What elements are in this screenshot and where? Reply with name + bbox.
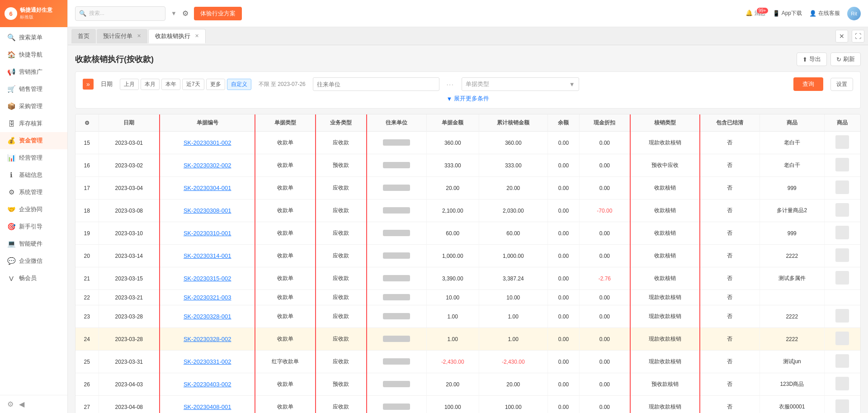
sidebar-item-label: 企业微信 xyxy=(19,257,42,265)
maximize-button[interactable]: ⛶ xyxy=(852,30,864,43)
cell-date: 2023-03-04 xyxy=(99,177,160,199)
tab-collection-close-icon[interactable]: ✕ xyxy=(195,33,199,39)
cell-cancel-type: 收款核销 xyxy=(630,245,700,267)
cell-doc-type: 收款单 xyxy=(255,267,315,290)
doc-no-link[interactable]: SK-20230315-002 xyxy=(184,275,231,282)
online-service-link[interactable]: 👤 在线客服 xyxy=(809,9,840,17)
export-icon: ⬆ xyxy=(802,56,807,63)
sidebar-item-quick[interactable]: 🏠 快捷导航 xyxy=(0,46,67,63)
search-icon: 🔍 xyxy=(7,33,15,42)
sidebar-item-label: 资金管理 xyxy=(19,137,42,145)
close-tab-button[interactable]: ✕ xyxy=(835,30,848,43)
sidebar-item-label: 营销推广 xyxy=(19,68,42,76)
date-range-display: 不限 至 2023-07-26 xyxy=(259,81,306,88)
doc-no-link[interactable]: SK-20230304-001 xyxy=(184,185,231,191)
th-goods-img: 商品 xyxy=(824,114,860,132)
sidebar-item-system[interactable]: ⚙ 系统管理 xyxy=(0,184,67,201)
app-download-link[interactable]: 📱 App下载 xyxy=(773,9,802,17)
more-dates-button[interactable]: 更多 xyxy=(206,79,225,90)
sidebar-item-member[interactable]: V 畅会员 xyxy=(0,270,67,287)
this-year-button[interactable]: 本年 xyxy=(161,79,180,90)
tab-payable[interactable]: 预计应付单 ✕ xyxy=(97,29,147,43)
sidebar-item-search[interactable]: 🔍 搜索菜单 xyxy=(0,29,67,46)
sidebar-item-sales[interactable]: 🛒 销售管理 xyxy=(0,81,67,98)
doc-no-link[interactable]: SK-20230310-001 xyxy=(184,230,231,237)
online-service-label: 在线客服 xyxy=(818,9,840,17)
query-button[interactable]: 查询 xyxy=(793,77,823,91)
sidebar-item-guide[interactable]: 🎯 新手引导 xyxy=(0,218,67,235)
sidebar-item-inventory[interactable]: 🗄 库存核算 xyxy=(0,115,67,132)
tab-payable-close-icon[interactable]: ✕ xyxy=(137,33,141,39)
cell-partner xyxy=(367,396,427,413)
filter-toggle-button[interactable]: » xyxy=(83,79,94,90)
sidebar-item-operation[interactable]: 📊 经营管理 xyxy=(0,149,67,166)
data-table: ⚙ 日期 单据编号 单据类型 业务类型 往来单位 单据金额 累计核销金额 余额 … xyxy=(75,114,860,413)
partner-blurred xyxy=(383,162,410,168)
doc-no-link[interactable]: SK-20230301-002 xyxy=(184,139,231,146)
collapse-icon[interactable]: ◀ xyxy=(19,400,24,408)
cell-doc-no: SK-20230310-001 xyxy=(160,222,255,245)
doc-no-link[interactable]: SK-20230308-001 xyxy=(184,207,231,214)
last-month-button[interactable]: 上月 xyxy=(120,79,139,90)
goods-thumbnail xyxy=(835,203,849,217)
sidebar-item-wechat[interactable]: 💬 企业微信 xyxy=(0,252,67,270)
refresh-button[interactable]: ↻ 刷新 xyxy=(830,52,861,66)
cell-doc-type: 收款单 xyxy=(255,396,315,413)
custom-date-button[interactable]: 自定义 xyxy=(227,79,251,90)
th-amount: 单据金额 xyxy=(426,114,479,132)
voucher-type-select[interactable]: 单据类型 ▼ xyxy=(462,77,579,91)
sidebar-item-purchase[interactable]: 📦 采购管理 xyxy=(0,98,67,115)
doc-no-link[interactable]: SK-20230321-003 xyxy=(184,294,231,301)
notification-badge[interactable]: 🔔 消息 99+ xyxy=(745,9,765,17)
cell-goods: 老白干 xyxy=(760,154,824,177)
doc-no-link[interactable]: SK-20230328-002 xyxy=(184,336,231,342)
doc-no-link[interactable]: SK-20230328-001 xyxy=(184,313,231,320)
filter-settings-button[interactable]: 设置 xyxy=(830,78,853,91)
cell-settled: 否 xyxy=(700,177,760,199)
chevron-down-icon: ▼ xyxy=(447,95,453,102)
expand-label: 展开更多条件 xyxy=(454,95,489,103)
phone-icon: 📱 xyxy=(773,10,780,17)
topbar-search-box[interactable]: 🔍 搜索... xyxy=(75,6,165,21)
doc-no-link[interactable]: SK-20230403-002 xyxy=(184,381,231,388)
cell-date: 2023-03-08 xyxy=(99,199,160,222)
tab-collection[interactable]: 收款核销执行 ✕ xyxy=(148,29,206,43)
cell-cancel-type: 现款收款核销 xyxy=(630,396,700,413)
tabbar-actions: ✕ ⛶ xyxy=(835,30,864,43)
doc-no-link[interactable]: SK-20230314-001 xyxy=(184,252,231,259)
gear-icon[interactable]: ⚙ xyxy=(182,9,189,18)
cell-doc-type: 收款单 xyxy=(255,305,315,328)
cell-goods-img xyxy=(824,351,860,373)
cell-cumulative: 10.00 xyxy=(479,290,547,305)
sidebar-item-marketing[interactable]: 📢 营销推广 xyxy=(0,63,67,81)
cell-settled: 否 xyxy=(700,222,760,245)
filter-expand-button[interactable]: ▼ 展开更多条件 xyxy=(83,95,853,103)
partner-blurred xyxy=(383,336,410,342)
export-button[interactable]: ⬆ 导出 xyxy=(797,52,827,66)
cell-balance: 0.00 xyxy=(547,154,579,177)
partner-input[interactable] xyxy=(313,77,439,91)
cell-settled: 否 xyxy=(700,373,760,396)
settings-icon[interactable]: ⚙ xyxy=(7,400,14,408)
user-avatar[interactable]: Rit xyxy=(847,7,861,20)
dropdown-arrow-icon[interactable]: ▼ xyxy=(171,10,177,17)
cell-balance: 0.00 xyxy=(547,199,579,222)
table-row: 17 2023-03-04 SK-20230304-001 收款单 应收款 20… xyxy=(75,177,860,199)
doc-no-link[interactable]: SK-20230331-002 xyxy=(184,358,231,365)
last-7-days-button[interactable]: 近7天 xyxy=(182,79,204,90)
doc-no-link[interactable]: SK-20230408-001 xyxy=(184,404,231,410)
sidebar-item-basic[interactable]: ℹ 基础信息 xyxy=(0,166,67,184)
sidebar-item-corp[interactable]: 🤝 企业协同 xyxy=(0,201,67,218)
cell-date: 2023-03-28 xyxy=(99,328,160,351)
th-settled: 包含已结清 xyxy=(700,114,760,132)
th-settings[interactable]: ⚙ xyxy=(75,114,99,132)
doc-no-link[interactable]: SK-20230302-002 xyxy=(184,162,231,169)
solution-button[interactable]: 体验行业方案 xyxy=(194,7,242,20)
cell-biz-type: 应收款 xyxy=(316,351,367,373)
sidebar-item-finance[interactable]: 💰 资金管理 xyxy=(0,132,67,149)
cell-goods-img xyxy=(824,199,860,222)
this-month-button[interactable]: 本月 xyxy=(141,79,160,90)
tab-payable-label: 预计应付单 xyxy=(103,32,132,40)
sidebar-item-hardware[interactable]: 💻 智能硬件 xyxy=(0,235,67,252)
tab-home[interactable]: 首页 xyxy=(71,29,96,43)
